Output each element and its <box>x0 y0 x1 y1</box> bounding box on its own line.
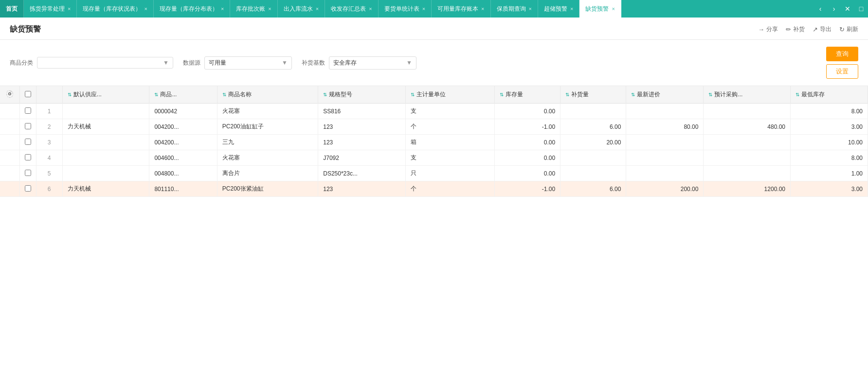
row-checkbox[interactable] <box>25 154 31 160</box>
th-unit: ⇅ 主计量单位 <box>406 86 494 104</box>
row-product-code: 004800... <box>149 166 217 181</box>
th-inventory: ⇅ 库存量 <box>494 86 560 104</box>
row-checkbox[interactable] <box>25 107 31 114</box>
replenish-base-label: 补货基数 <box>302 59 325 67</box>
row-checkbox[interactable] <box>25 170 31 176</box>
row-number: 1 <box>36 104 62 119</box>
datasource-value: 可用量 <box>209 59 226 67</box>
row-default-supplier <box>62 135 149 150</box>
sort-icon: ⇅ <box>68 92 72 97</box>
row-number: 4 <box>36 150 62 166</box>
gear-icon[interactable] <box>6 90 14 98</box>
row-product-name: PC200张紧油缸 <box>217 181 318 197</box>
close-icon[interactable]: × <box>144 6 147 12</box>
row-latest-price <box>626 135 704 150</box>
row-min-inventory: 10.00 <box>791 135 868 150</box>
table-container: ⇅ 默认供应... ⇅ 商品... ⇅ 商品名称 <box>0 86 868 197</box>
tab-recv-summary[interactable]: 收发存汇总表 × <box>325 0 378 18</box>
select-all-checkbox[interactable] <box>25 91 31 97</box>
row-estimated-purchase <box>704 150 791 166</box>
row-product-code: 0000042 <box>149 104 217 119</box>
refresh-button[interactable]: ↻ 刷新 <box>839 25 858 34</box>
row-spec-model: 123 <box>318 181 406 197</box>
close-icon[interactable]: × <box>221 6 224 12</box>
close-icon[interactable]: × <box>481 6 484 12</box>
row-latest-price: 80.00 <box>626 119 704 135</box>
tab-bar: 首页 拣货异常处理 × 现存量（库存状况表） × 现存量（库存分布表） × 库存… <box>0 0 868 18</box>
table-header-row: ⇅ 默认供应... ⇅ 商品... ⇅ 商品名称 <box>0 86 868 104</box>
datasource-select[interactable]: 可用量 ▼ <box>204 56 292 70</box>
close-icon[interactable]: × <box>529 6 532 12</box>
table-row: 2 力天机械 004200... PC200油缸缸子 123 个 -1.00 6… <box>0 119 868 135</box>
row-checkbox[interactable] <box>25 185 31 192</box>
row-inventory: 0.00 <box>494 150 560 166</box>
sort-icon: ⇅ <box>411 92 415 97</box>
table-row: 1 0000042 火花塞 SS816 支 0.00 8.00 <box>0 104 868 119</box>
close-icon[interactable]: × <box>268 6 271 12</box>
row-product-name: 三九 <box>217 135 318 150</box>
tab-home[interactable]: 首页 <box>0 0 24 18</box>
row-product-code: 004600... <box>149 150 217 166</box>
close-icon[interactable]: × <box>612 6 615 12</box>
replenish-base-value: 安全库存 <box>333 59 357 67</box>
row-min-inventory: 3.00 <box>791 181 868 197</box>
tab-overstock-warn[interactable]: 超储预警 × <box>538 0 579 18</box>
replenish-base-select[interactable]: 安全库存 ▼ <box>329 56 416 70</box>
row-gear-cell <box>0 104 19 119</box>
row-default-supplier <box>62 150 149 166</box>
row-checkbox[interactable] <box>25 139 31 145</box>
sort-icon: ⇅ <box>154 92 158 97</box>
tab-shortage-warn[interactable]: 缺货预警 × <box>579 0 621 18</box>
close-icon[interactable]: × <box>422 6 425 12</box>
tab-expiry-query[interactable]: 保质期查询 × <box>491 0 538 18</box>
tab-defect-proc[interactable]: 拣货异常处理 × <box>24 0 77 18</box>
close-icon[interactable]: × <box>369 6 372 12</box>
tab-close-btn[interactable]: ✕ <box>841 0 854 18</box>
tab-inventory-status[interactable]: 现存量（库存状况表） × <box>77 0 153 18</box>
row-min-inventory: 3.00 <box>791 119 868 135</box>
row-number: 3 <box>36 135 62 150</box>
row-checkbox-cell <box>19 181 36 197</box>
th-row-num <box>36 86 62 104</box>
th-product-code: ⇅ 商品... <box>149 86 217 104</box>
share-button[interactable]: → 分享 <box>758 25 778 34</box>
row-unit: 只 <box>406 166 494 181</box>
th-spec-model: ⇅ 规格型号 <box>318 86 406 104</box>
row-replenish-qty: 6.00 <box>561 119 626 135</box>
tab-inout-flow[interactable]: 出入库流水 × <box>278 0 325 18</box>
tab-order-stats[interactable]: 要货单统计表 × <box>379 0 432 18</box>
row-default-supplier <box>62 104 149 119</box>
datasource-filter-group: 数据源 可用量 ▼ <box>183 56 292 70</box>
replenish-base-filter-group: 补货基数 安全库存 ▼ <box>302 56 416 70</box>
row-min-inventory: 8.00 <box>791 104 868 119</box>
query-button[interactable]: 查询 <box>826 47 858 61</box>
tab-inventory-dist[interactable]: 现存量（库存分布表） × <box>154 0 230 18</box>
row-replenish-qty: 6.00 <box>561 181 626 197</box>
row-unit: 支 <box>406 150 494 166</box>
export-button[interactable]: ↗ 导出 <box>813 25 832 34</box>
category-filter-group: 商品分类 ▼ <box>10 57 173 69</box>
close-icon[interactable]: × <box>316 6 319 12</box>
replenish-button[interactable]: ✏ 补货 <box>786 25 805 34</box>
row-checkbox[interactable] <box>25 123 31 129</box>
close-icon[interactable]: × <box>68 6 71 12</box>
row-inventory: -1.00 <box>494 119 560 135</box>
chevron-down-icon: ▼ <box>406 59 412 66</box>
tab-next-btn[interactable]: › <box>827 0 841 18</box>
row-gear-cell <box>0 119 19 135</box>
row-number: 2 <box>36 119 62 135</box>
close-icon[interactable]: × <box>570 6 573 12</box>
tab-batch-account[interactable]: 库存批次账 × <box>230 0 277 18</box>
row-spec-model: SS816 <box>318 104 406 119</box>
tab-maximize-btn[interactable]: □ <box>854 0 868 18</box>
category-select[interactable]: ▼ <box>37 57 173 69</box>
th-product-name: ⇅ 商品名称 <box>217 86 318 104</box>
settings-button[interactable]: 设置 <box>826 64 858 79</box>
row-latest-price <box>626 104 704 119</box>
tab-prev-btn[interactable]: ‹ <box>814 0 827 18</box>
tab-available-ledger[interactable]: 可用量库存账本 × <box>432 0 490 18</box>
row-inventory: -1.00 <box>494 181 560 197</box>
export-icon: ↗ <box>813 26 818 33</box>
row-checkbox-cell <box>19 166 36 181</box>
replenish-icon: ✏ <box>786 26 791 33</box>
